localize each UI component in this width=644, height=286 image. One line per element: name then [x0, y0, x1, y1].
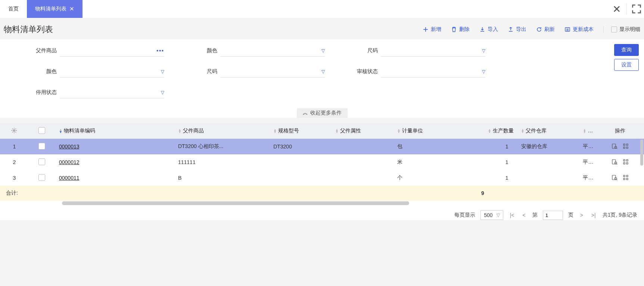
cell-qty: 1: [455, 139, 517, 154]
grid-icon[interactable]: [623, 159, 629, 166]
cell-unit: 米: [393, 154, 455, 170]
cell-warehouse: [517, 154, 579, 170]
settings-button[interactable]: 设置: [614, 59, 639, 71]
cell-qty: 1: [455, 154, 517, 170]
svg-rect-7: [626, 147, 628, 148]
view-icon[interactable]: [612, 159, 617, 166]
tab-bar: 首页 物料清单列表 ✕: [0, 0, 644, 18]
svg-rect-6: [623, 147, 625, 148]
svg-rect-13: [626, 163, 628, 164]
tab-bom-list[interactable]: 物料清单列表 ✕: [27, 0, 83, 18]
first-page-button[interactable]: |<: [508, 212, 516, 218]
pagination: 每页显示 500▽ |< < 第 页 > >| 共1页, 9条记录: [0, 206, 644, 220]
view-icon[interactable]: [612, 175, 617, 182]
select-all[interactable]: [29, 123, 55, 139]
filter-stop-status: 停用状态▽: [4, 87, 164, 98]
tab-home[interactable]: 首页: [0, 0, 27, 18]
vertical-scrollbar[interactable]: [640, 139, 643, 184]
row-checkbox[interactable]: [29, 139, 55, 154]
trash-icon: [451, 26, 457, 32]
checkbox-icon: [38, 174, 45, 181]
plus-icon: [423, 26, 429, 32]
table-row[interactable]: 20000012111111米1平均: [0, 154, 644, 170]
col-extra[interactable]: ▲▼成: [579, 123, 596, 139]
parent-product-picker[interactable]: •••: [60, 45, 164, 57]
tab-home-label: 首页: [8, 6, 19, 12]
row-checkbox[interactable]: [29, 170, 55, 186]
cell-qty: 1: [455, 170, 517, 186]
cell-attr: [332, 170, 393, 186]
show-detail-checkbox[interactable]: 显示明细: [603, 26, 640, 33]
chevron-down-icon: ▽: [482, 69, 485, 74]
table-row[interactable]: 10000013DT3200 心相印茶...DT3200包1安徽的仓库平均: [0, 139, 644, 154]
add-button[interactable]: 新增: [423, 26, 441, 33]
per-page-label: 每页显示: [454, 212, 475, 219]
bom-code-link[interactable]: 0000013: [59, 144, 80, 150]
close-icon[interactable]: ✕: [69, 6, 74, 12]
svg-rect-18: [623, 178, 625, 180]
stop-status-select[interactable]: ▽: [60, 87, 164, 98]
grid-icon[interactable]: [623, 143, 629, 150]
fullscreen-icon[interactable]: [631, 4, 642, 14]
audit-status-select[interactable]: ▽: [381, 66, 485, 78]
col-code[interactable]: ▲▼物料清单编码: [55, 123, 174, 139]
color2-select[interactable]: ▽: [60, 66, 164, 78]
page-title: 物料清单列表: [4, 24, 53, 35]
size-select[interactable]: ▽: [381, 45, 485, 57]
collapse-filters-button[interactable]: ︽收起更多条件: [297, 108, 348, 118]
bom-code-link[interactable]: 0000012: [59, 159, 80, 165]
page-input[interactable]: [543, 211, 563, 220]
per-page-select[interactable]: 500▽: [480, 210, 503, 220]
col-parent-attr[interactable]: ▲▼父件属性: [332, 123, 393, 139]
chevron-down-icon: ▽: [497, 213, 500, 218]
column-settings[interactable]: [0, 123, 29, 139]
refresh-button[interactable]: 刷新: [536, 26, 555, 33]
checkbox-icon: [38, 158, 45, 165]
horizontal-scrollbar[interactable]: [0, 201, 644, 206]
bom-code-link[interactable]: 0000011: [59, 175, 80, 181]
col-qty[interactable]: ▲▼生产数量: [455, 123, 517, 139]
filter-size: 尺码▽: [325, 45, 485, 57]
close-all-icon[interactable]: [612, 4, 622, 14]
view-icon[interactable]: [612, 143, 617, 150]
svg-rect-5: [626, 144, 628, 145]
svg-rect-12: [623, 163, 625, 164]
separator: [626, 4, 627, 14]
ellipsis-icon: •••: [156, 48, 164, 54]
table-container: ▲▼物料清单编码 ▲▼父件商品 ▲▼规格型号 ▲▼父件属性 ▲▼计量单位 ▲▼生…: [0, 123, 644, 220]
delete-button[interactable]: 删除: [451, 26, 470, 33]
checkbox-icon: [38, 127, 45, 134]
query-button[interactable]: 查询: [614, 44, 639, 56]
bom-table: ▲▼物料清单编码 ▲▼父件商品 ▲▼规格型号 ▲▼父件属性 ▲▼计量单位 ▲▼生…: [0, 123, 644, 186]
col-warehouse[interactable]: ▲▼父件仓库: [517, 123, 579, 139]
checkbox-icon: [38, 143, 45, 150]
export-button[interactable]: 导出: [508, 26, 526, 33]
color-select[interactable]: ▽: [220, 45, 325, 57]
last-page-button[interactable]: >|: [590, 212, 597, 218]
prev-page-button[interactable]: <: [521, 212, 527, 218]
grid-icon[interactable]: [623, 175, 629, 182]
filter-color2: 颜色▽: [4, 66, 164, 78]
import-button[interactable]: 导入: [479, 26, 498, 33]
cell-unit: 包: [393, 139, 455, 154]
table-row[interactable]: 30000011B个1平均: [0, 170, 644, 186]
col-parent-product[interactable]: ▲▼父件商品: [174, 123, 270, 139]
chevron-down-icon: ▽: [482, 48, 485, 53]
svg-rect-16: [623, 175, 625, 177]
filter-audit-status: 审核状态▽: [325, 66, 485, 78]
row-number: 1: [0, 139, 29, 154]
cell-warehouse: [517, 170, 579, 186]
chevron-down-icon: ▽: [161, 90, 164, 95]
update-cost-button[interactable]: 更新成本: [564, 26, 594, 33]
col-ops: 操作: [596, 123, 644, 139]
cell-warehouse: 安徽的仓库: [517, 139, 579, 154]
page-label: 第: [532, 212, 538, 219]
row-checkbox[interactable]: [29, 154, 55, 170]
col-spec[interactable]: ▲▼规格型号: [270, 123, 332, 139]
next-page-button[interactable]: >: [579, 212, 585, 218]
svg-rect-10: [623, 160, 625, 161]
col-unit[interactable]: ▲▼计量单位: [393, 123, 455, 139]
page-unit: 页: [568, 212, 573, 219]
svg-point-1: [13, 129, 15, 131]
size2-select[interactable]: ▽: [220, 66, 325, 78]
